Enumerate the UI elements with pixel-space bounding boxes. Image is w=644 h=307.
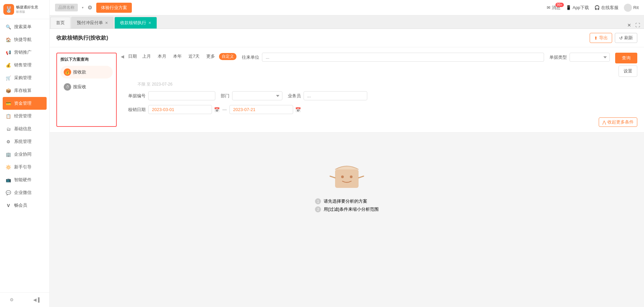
sidebar-item-hardware[interactable]: 📺 智能硬件: [0, 173, 49, 186]
empty-step-1: 1 请先选择要分析的方案: [315, 198, 378, 204]
date-tab-last-month[interactable]: 上月: [140, 53, 154, 60]
sidebar-item-guide[interactable]: 🔆 新手引导: [0, 161, 49, 173]
sidebar-item-basic-info[interactable]: 🗂 基础信息: [0, 122, 49, 135]
collapse-more-button[interactable]: ⋀ 收起更多条件: [599, 117, 637, 127]
filter-panel-collapse-button[interactable]: ◀: [121, 53, 124, 127]
filter-option-by-receipt[interactable]: 💰 按收款: [60, 66, 113, 79]
sidebar-item-purchase[interactable]: 🛒 采购管理: [0, 71, 49, 84]
dept-filter-group: 部门: [221, 91, 282, 100]
basic-info-icon: 🗂: [5, 126, 11, 132]
filter-fields: 日期 上月 本月 本年 近7天 更多 自定义 往来单位: [128, 53, 637, 127]
verify-date-start-group: 📅: [148, 105, 220, 114]
sidebar-item-marketing[interactable]: 📢 营销推广: [0, 46, 49, 59]
brand-name: 品牌名称: [55, 4, 78, 11]
main-content: 品牌名称 ▾ ⚙ 体验行业方案 ✉ 消息 99+ 📱 App下载 🎧 在线客服 …: [50, 0, 644, 307]
date-tab-7days[interactable]: 近7天: [186, 53, 202, 60]
doc-num-input[interactable]: [148, 91, 215, 100]
sidebar-item-operations[interactable]: 📋 经营管理: [0, 110, 49, 122]
filter-option-by-receivable[interactable]: ⏱ 按应收: [60, 81, 113, 93]
hardware-icon: 📺: [5, 177, 11, 183]
dept-select[interactable]: [232, 91, 282, 100]
date-tab-custom[interactable]: 自定义: [219, 53, 236, 60]
tabbar-actions: ✕ ⛶: [626, 22, 644, 29]
finance-icon: 💳: [5, 100, 11, 106]
partner-filter-group: 往来单位: [242, 53, 544, 62]
sidebar-item-corp[interactable]: 🏢 企业协同: [0, 148, 49, 161]
date-tab-this-month[interactable]: 本月: [155, 53, 169, 60]
member-icon: V: [5, 202, 11, 208]
svg-point-1: [341, 175, 344, 178]
query-button[interactable]: 查询: [615, 53, 637, 63]
filter-row-2: 单据编号 部门 业务员: [128, 91, 637, 100]
sidebar-collapse-button[interactable]: ◀▐: [31, 296, 42, 304]
guide-icon: 🔆: [5, 164, 11, 170]
topbar: 品牌名称 ▾ ⚙ 体验行业方案 ✉ 消息 99+ 📱 App下载 🎧 在线客服 …: [50, 0, 644, 15]
tab-expand-icon[interactable]: ⛶: [634, 22, 641, 29]
tab-prepay[interactable]: 预付冲应付单 ✕: [71, 17, 114, 29]
date-label: 日期: [128, 53, 137, 59]
empty-illustration: [327, 159, 367, 193]
verify-date-end-input[interactable]: [229, 105, 293, 114]
calendar-start-icon[interactable]: 📅: [214, 107, 220, 112]
verify-date-end-group: 📅: [229, 105, 301, 114]
staff-input[interactable]: [304, 91, 367, 100]
sidebar-item-system[interactable]: ⚙ 系统管理: [0, 135, 49, 148]
date-tabs: 上月 本月 本年 近7天 更多 自定义: [140, 53, 236, 60]
empty-text: 1 请先选择要分析的方案 2 用[过滤]条件来缩小分析范围: [315, 198, 378, 214]
partner-input[interactable]: [262, 53, 544, 62]
tab-collection-close-icon[interactable]: ✕: [148, 21, 151, 25]
topbar-chevron-icon[interactable]: ▾: [82, 6, 84, 9]
filter-area: 按以下方案查询 💰 按收款 ⏱ 按应收 ◀ 日期: [50, 47, 644, 133]
staff-filter-group: 业务员: [288, 91, 367, 100]
calendar-end-icon[interactable]: 📅: [295, 107, 301, 112]
sidebar-item-sales[interactable]: 💰 销售管理: [0, 59, 49, 71]
sidebar-item-quick-nav[interactable]: 🏠 快捷导航: [0, 33, 49, 46]
operations-icon: 📋: [5, 113, 11, 119]
refresh-button[interactable]: ↺ 刷新: [615, 33, 637, 43]
export-button[interactable]: ⬆ 导出: [590, 33, 612, 43]
user-info[interactable]: Rit: [624, 4, 639, 12]
filter-panel-title: 按以下方案查询: [60, 57, 113, 62]
doc-type-select[interactable]: [570, 53, 610, 62]
tab-close-all-icon[interactable]: ✕: [626, 22, 633, 29]
svg-line-3: [330, 176, 335, 178]
online-service-button[interactable]: 🎧 在线客服: [594, 5, 619, 11]
doc-num-filter-group: 单据编号: [128, 91, 215, 100]
logo-icon: 🐰: [3, 4, 14, 15]
date-tab-more[interactable]: 更多: [204, 53, 218, 60]
collapse-arrow-icon: ◀: [121, 54, 124, 59]
doc-type-label: 单据类型: [549, 54, 567, 60]
receivable-option-icon: ⏱: [64, 83, 71, 91]
page-header-actions: ⬆ 导出 ↺ 刷新: [590, 33, 637, 43]
sales-icon: 💰: [5, 62, 11, 68]
export-icon: ⬆: [594, 36, 598, 41]
receipt-option-icon: 💰: [64, 68, 71, 76]
sidebar-settings-button[interactable]: ⚙: [7, 296, 16, 304]
tab-collection[interactable]: 收款核销执行 ✕: [114, 17, 157, 29]
tabbar: 首页 预付冲应付单 ✕ 收款核销执行 ✕ ✕ ⛶: [50, 15, 644, 29]
tab-prepay-close-icon[interactable]: ✕: [105, 21, 108, 25]
message-icon: ✉: [547, 5, 550, 10]
settings-button[interactable]: 设置: [619, 65, 637, 77]
date-filter-group: 日期 上月 本月 本年 近7天 更多 自定义: [128, 53, 236, 60]
sidebar-item-inventory[interactable]: 📦 库存核算: [0, 84, 49, 97]
empty-state: 1 请先选择要分析的方案 2 用[过滤]条件来缩小分析范围: [50, 133, 644, 241]
industry-solution-button[interactable]: 体验行业方案: [96, 3, 132, 13]
sidebar: 🐰 畅捷通好生意 标准版 🔍 搜索菜单 🏠 快捷导航 📢 营销推广 💰 销售管理…: [0, 0, 50, 307]
message-button[interactable]: ✉ 消息 99+: [547, 5, 560, 11]
staff-label: 业务员: [288, 93, 301, 99]
sidebar-item-member[interactable]: V 畅会员: [0, 199, 49, 212]
date-range-hint: 不限 至 2023-07-26: [138, 82, 637, 87]
topbar-gear-icon[interactable]: ⚙: [88, 4, 92, 11]
sidebar-item-finance[interactable]: 💳 资金管理: [3, 97, 47, 110]
sidebar-item-search[interactable]: 🔍 搜索菜单: [0, 20, 49, 33]
verify-date-start-input[interactable]: [148, 105, 212, 114]
app-download-button[interactable]: 📱 App下载: [566, 5, 589, 11]
tab-home[interactable]: 首页: [50, 17, 70, 29]
svg-point-2: [350, 175, 353, 178]
date-tab-this-year[interactable]: 本年: [170, 53, 184, 60]
sidebar-item-wechat[interactable]: 💬 企业微信: [0, 186, 49, 199]
topbar-brand: 品牌名称: [55, 4, 78, 11]
filter-panel: 按以下方案查询 💰 按收款 ⏱ 按应收: [56, 53, 117, 127]
inventory-icon: 📦: [5, 88, 11, 94]
